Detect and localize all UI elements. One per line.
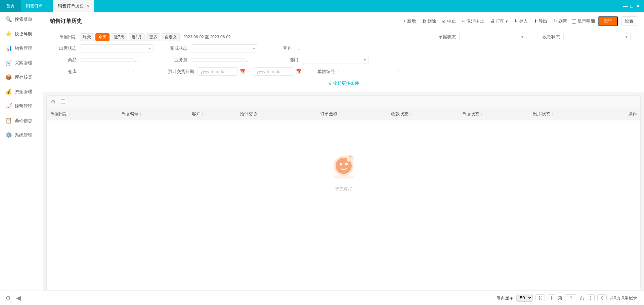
tab-home[interactable]: 首页	[0, 0, 21, 12]
page-header: 销售订单历史 + 新增 🗑 删除 ⊘ 中止 ↩ 取消中止 🖨 打印 ▾ ⬇ 导入…	[43, 12, 644, 92]
empty-row: ? 暂无数据	[47, 120, 640, 213]
sort-customer-icon: ↕	[202, 112, 204, 116]
salesperson-input[interactable]	[191, 58, 245, 62]
tab-sales-order-history[interactable]: 销售订单历史 ✕	[53, 0, 94, 12]
filter-row-1: 单据日期 昨天 今天 近7天 近1月 更多 自定义 2023-06-02 至 2…	[56, 33, 631, 41]
display-detail-input[interactable]	[572, 19, 576, 24]
basic-info-icon: 📋	[5, 117, 12, 124]
date-btn-custom[interactable]: 自定义	[162, 33, 180, 41]
salesperson-dots[interactable]: ...	[246, 57, 250, 63]
customer-label: 客户	[271, 45, 295, 51]
last-page-button[interactable]: ⟩⟩	[597, 294, 607, 301]
date-btn-more[interactable]: 更多	[146, 33, 160, 41]
content-area: 销售订单历史 + 新增 🗑 删除 ⊘ 中止 ↩ 取消中止 🖨 打印 ▾ ⬇ 导入…	[43, 12, 644, 305]
close-icon[interactable]: ✕	[636, 3, 640, 9]
col-delivery-date[interactable]: 预计交货... ↕	[237, 108, 317, 120]
finance-icon: 💰	[5, 88, 12, 95]
delivery-chevron-icon: ▾	[149, 46, 151, 51]
col-receipt-status[interactable]: 收款状态 ↕	[388, 108, 459, 120]
sidebar-item-inventory[interactable]: 📦 库存核算	[0, 70, 43, 84]
empty-area: ? 暂无数据	[47, 120, 640, 213]
sidebar-item-system-mgmt[interactable]: ⚙️ 系统管理	[0, 128, 43, 142]
select-all-checkbox[interactable]	[61, 100, 65, 104]
doc-no-label: 单据编号	[315, 69, 338, 75]
cancel-stop-button[interactable]: ↩ 取消中止	[461, 17, 486, 25]
import-button[interactable]: ⬇ 导入	[513, 17, 529, 25]
col-doc-status[interactable]: 单据状态 ↕	[459, 108, 529, 120]
first-page-button[interactable]: ⟨⟨	[535, 294, 545, 301]
collapse-icon[interactable]: ◀	[16, 294, 21, 302]
date-btn-7days[interactable]: 近7天	[111, 33, 127, 41]
sidebar-item-quick-nav[interactable]: ⭐ 快捷导航	[0, 27, 43, 41]
page-number-input[interactable]	[565, 294, 577, 301]
sales-icon: 📊	[5, 45, 12, 51]
delivery-date-from[interactable]: yyyy-mm-dd	[198, 67, 238, 76]
print-button[interactable]: 🖨 打印 ▾	[489, 17, 510, 25]
minimize-icon[interactable]: —	[623, 3, 628, 9]
sort-receipt-icon: ↕	[410, 112, 412, 116]
table-header-row: 单据日期 ↕ 单据编号 ↕ 客户 ↕ 预计交货...	[47, 108, 640, 120]
toolbar: + 新增 🗑 删除 ⊘ 中止 ↩ 取消中止 🖨 打印 ▾ ⬇ 导入 ⬆ 导出 ↻…	[402, 16, 637, 26]
empty-text: 暂无数据	[335, 186, 352, 192]
customer-dots[interactable]: ...	[296, 46, 300, 51]
warehouse-input[interactable]	[80, 70, 134, 73]
date-btn-1month[interactable]: 近1月	[129, 33, 145, 41]
stop-button[interactable]: ⊘ 中止	[441, 17, 457, 25]
calendar-from-icon[interactable]: 📅	[240, 69, 245, 74]
product-dots[interactable]: ...	[135, 57, 139, 63]
display-detail-checkbox[interactable]: 显示明细	[572, 18, 595, 24]
new-button[interactable]: + 新增	[402, 17, 417, 25]
settings-button[interactable]: 设置	[621, 16, 637, 26]
page-title-row: 销售订单历史 + 新增 🗑 删除 ⊘ 中止 ↩ 取消中止 🖨 打印 ▾ ⬇ 导入…	[50, 16, 637, 26]
col-date[interactable]: 单据日期 ↕	[47, 108, 118, 120]
maximize-icon[interactable]: □	[631, 3, 633, 9]
product-input[interactable]	[80, 58, 134, 62]
doc-no-input[interactable]	[338, 70, 399, 73]
table-toolbar: ⚙	[47, 96, 640, 108]
receipt-status-select[interactable]: ▾	[563, 33, 631, 41]
sidebar-item-search-menu[interactable]: 🔍 搜索菜单	[0, 12, 43, 27]
quick-nav-icon: ⭐	[5, 31, 12, 37]
filter-row-3: 商品 ... 业务员 ... 部门 ▾	[56, 56, 631, 64]
tab-sales-order[interactable]: 销售订单 ✕	[21, 0, 53, 12]
query-button[interactable]: 查询	[598, 16, 618, 26]
sidebar-item-basic-info[interactable]: 📋 基础信息	[0, 113, 43, 128]
refresh-button[interactable]: ↻ 刷新	[552, 17, 568, 25]
col-customer[interactable]: 客户 ↕	[188, 108, 237, 120]
sidebar-item-finance[interactable]: 💰 资金管理	[0, 84, 43, 99]
prev-page-button[interactable]: ⟨	[548, 294, 555, 301]
warehouse-dots[interactable]: ...	[135, 69, 139, 74]
salesperson-label: 业务员	[167, 57, 191, 63]
empty-illustration: ?	[327, 147, 360, 181]
operation-icon: 📈	[5, 103, 12, 109]
table-settings-icon[interactable]: ⚙	[51, 99, 55, 105]
date-btn-today[interactable]: 今天	[95, 33, 110, 41]
sidebar-item-operation[interactable]: 📈 经营管理	[0, 99, 43, 113]
sort-date-icon: ↕	[69, 112, 71, 116]
sidebar-item-sales-mgmt[interactable]: 📊 销售管理	[0, 41, 43, 55]
settings-bottom-icon[interactable]: ⚙	[5, 294, 11, 302]
col-no[interactable]: 单据编号 ↕	[118, 108, 188, 120]
collapse-row[interactable]: ∧ 收起更多条件	[56, 79, 631, 89]
dept-chevron-icon: ▾	[364, 58, 366, 62]
status-select[interactable]: ▾	[459, 33, 526, 41]
complete-status-select[interactable]: ▾	[191, 44, 258, 52]
col-amount[interactable]: 订单金额 ↕	[317, 108, 388, 120]
next-page-button[interactable]: ⟩	[587, 294, 595, 301]
date-btn-yesterday[interactable]: 昨天	[80, 33, 94, 41]
col-delivery-status[interactable]: 出库状态 ↕	[529, 108, 600, 120]
per-page-label: 每页显示	[496, 295, 514, 301]
pagination-bar: 每页显示 50 ⟨⟨ ⟨ 第 页 ⟩ ⟩⟩ 共0页,0条记录	[43, 290, 644, 305]
delete-button[interactable]: 🗑 删除	[421, 17, 438, 25]
delivery-status-select[interactable]: ▾	[80, 44, 154, 52]
delivery-date-to[interactable]: yyyy-mm-dd	[254, 67, 294, 76]
calendar-to-icon[interactable]: 📅	[296, 69, 301, 74]
per-page-select[interactable]: 50	[516, 294, 533, 302]
total-label: 共0页,0条记录	[609, 295, 637, 301]
close-history-tab[interactable]: ✕	[86, 4, 89, 8]
department-select[interactable]: ▾	[302, 56, 369, 64]
sidebar-item-purchase-mgmt[interactable]: 🛒 采购管理	[0, 55, 43, 70]
filter-row-4: 仓库 ... 预计交货日期 yyyy-mm-dd 📅 — yyyy-mm-dd	[56, 67, 631, 76]
close-sales-order-tab[interactable]: ✕	[45, 4, 48, 8]
export-button[interactable]: ⬆ 导出	[532, 17, 549, 25]
